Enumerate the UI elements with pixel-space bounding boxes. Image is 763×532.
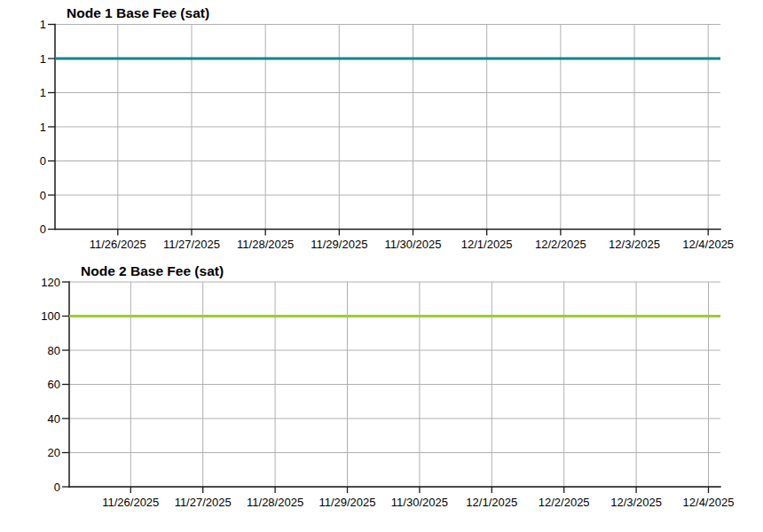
y-tick-label: 80 xyxy=(48,344,60,357)
y-tick-label: 60 xyxy=(48,378,60,391)
x-tick-label: 12/3/2025 xyxy=(610,496,662,509)
base-fee-charts-panel: Node 1 Base Fee (sat) Node 2 Base Fee (s… xyxy=(0,0,763,532)
y-tick-label: 1 xyxy=(40,18,46,31)
y-tick-label: 20 xyxy=(48,446,60,459)
charts-canvas: 111100011/26/202511/27/202511/28/202511/… xyxy=(0,0,763,532)
x-tick-label: 11/29/2025 xyxy=(319,496,375,509)
x-tick-label: 11/26/2025 xyxy=(90,238,146,251)
x-tick-label: 11/29/2025 xyxy=(311,238,367,251)
y-tick-label: 1 xyxy=(40,121,46,134)
chart-node1-plot: 111100011/26/202511/27/202511/28/202511/… xyxy=(40,18,734,251)
x-tick-label: 12/2/2025 xyxy=(539,496,590,509)
x-tick-label: 11/28/2025 xyxy=(247,496,303,509)
y-tick-label: 100 xyxy=(41,309,60,323)
x-tick-label: 12/1/2025 xyxy=(461,238,513,251)
y-tick-label: 0 xyxy=(40,223,46,236)
y-tick-label: 1 xyxy=(40,52,46,66)
x-tick-label: 11/27/2025 xyxy=(163,238,220,251)
x-tick-label: 11/30/2025 xyxy=(384,238,441,251)
x-tick-label: 12/4/2025 xyxy=(682,238,734,251)
y-tick-label: 0 xyxy=(40,189,46,202)
x-tick-label: 12/4/2025 xyxy=(683,496,735,509)
x-tick-label: 11/27/2025 xyxy=(175,496,232,509)
x-tick-label: 12/2/2025 xyxy=(535,238,586,251)
x-tick-label: 12/3/2025 xyxy=(609,238,660,251)
y-tick-label: 0 xyxy=(40,154,46,168)
x-tick-label: 11/28/2025 xyxy=(237,238,294,251)
x-tick-label: 12/1/2025 xyxy=(466,496,517,509)
y-tick-label: 0 xyxy=(54,481,60,494)
chart-node2-plot: 12010080604020011/26/202511/27/202511/28… xyxy=(41,276,734,509)
y-tick-label: 40 xyxy=(48,412,60,426)
y-tick-label: 1 xyxy=(40,86,46,99)
y-tick-label: 120 xyxy=(41,276,60,289)
x-tick-label: 11/26/2025 xyxy=(102,496,159,509)
x-tick-label: 11/30/2025 xyxy=(391,496,448,509)
